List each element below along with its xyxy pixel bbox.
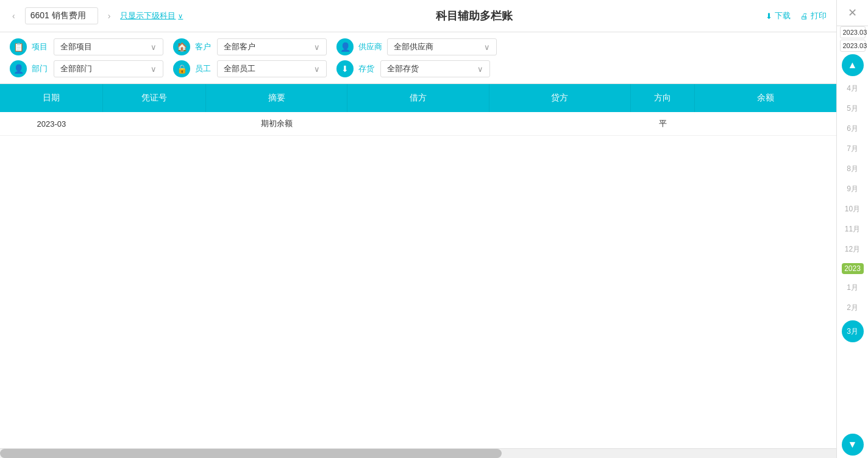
main-table: 日期 凭证号 摘要 借方 贷方 方向 余额 2023-03 xyxy=(0,84,836,136)
employee-select[interactable]: 全部员工 ∨ xyxy=(217,60,327,77)
cell-direction: 平 xyxy=(630,112,695,136)
inventory-select-arrow: ∨ xyxy=(477,65,483,74)
employee-label: 员工 xyxy=(195,63,212,74)
year-badge-2023[interactable]: 2023 xyxy=(842,263,864,274)
page-title: 科目辅助多栏账 xyxy=(190,9,758,23)
col-header-debit: 借方 xyxy=(347,84,489,112)
download-button[interactable]: ⬇ 下载 xyxy=(766,10,791,21)
month-item-5[interactable]: 5月 xyxy=(837,99,868,119)
customer-icon: 🏠 xyxy=(173,38,190,55)
inventory-select[interactable]: 全部存货 ∨ xyxy=(380,60,490,77)
inventory-label: 存货 xyxy=(358,63,375,74)
cell-credit xyxy=(489,112,630,136)
download-icon: ⬇ xyxy=(766,12,772,21)
supplier-select-arrow: ∨ xyxy=(484,43,490,52)
close-button[interactable]: ✕ xyxy=(837,0,868,26)
cell-voucher xyxy=(103,112,206,136)
col-header-credit: 贷方 xyxy=(489,84,630,112)
project-select-arrow: ∨ xyxy=(151,43,157,52)
month-sidebar: ✕ 2023.03 2023.03 ▲ 4月 5月 6月 7月 8月 9月 10… xyxy=(836,0,868,458)
customer-select[interactable]: 全部客户 ∨ xyxy=(217,38,327,55)
show-sub-toggle[interactable]: 只显示下级科目 ∨ xyxy=(120,10,183,21)
employee-select-arrow: ∨ xyxy=(314,65,320,74)
month-item-6[interactable]: 6月 xyxy=(837,119,868,139)
department-select-arrow: ∨ xyxy=(151,65,157,74)
customer-label: 客户 xyxy=(195,41,212,52)
cell-summary: 期初余额 xyxy=(206,112,347,136)
customer-select-arrow: ∨ xyxy=(314,43,320,52)
account-code-display: 6601 销售费用 xyxy=(25,7,98,24)
col-header-balance: 余额 xyxy=(695,84,836,112)
supplier-icon: 👤 xyxy=(336,38,354,55)
supplier-label: 供应商 xyxy=(358,41,382,52)
col-header-date: 日期 xyxy=(0,84,103,112)
department-label: 部门 xyxy=(32,63,49,74)
project-label: 项目 xyxy=(32,41,49,52)
project-select[interactable]: 全部项目 ∨ xyxy=(54,38,163,55)
month-item-10[interactable]: 10月 xyxy=(837,199,868,219)
month-item-9[interactable]: 9月 xyxy=(837,179,868,199)
cell-balance xyxy=(695,112,836,136)
month-item-11[interactable]: 11月 xyxy=(837,219,868,239)
month-item-7[interactable]: 7月 xyxy=(837,139,868,159)
selected-month-2[interactable]: 2023.03 xyxy=(840,40,866,52)
month-item-4[interactable]: 4月 xyxy=(837,79,868,99)
table-row: 2023-03 期初余额 平 xyxy=(0,112,836,136)
print-button[interactable]: 🖨 打印 xyxy=(800,10,827,21)
print-icon: 🖨 xyxy=(800,12,808,21)
department-icon: 👤 xyxy=(10,60,27,77)
month-item-12[interactable]: 12月 xyxy=(837,239,868,259)
month-item-1[interactable]: 1月 xyxy=(837,278,868,298)
cell-date: 2023-03 xyxy=(0,112,103,136)
col-header-direction: 方向 xyxy=(630,84,695,112)
col-header-summary: 摘要 xyxy=(206,84,347,112)
col-header-voucher: 凭证号 xyxy=(103,84,206,112)
inventory-icon: ⬇ xyxy=(336,60,354,77)
supplier-select[interactable]: 全部供应商 ∨ xyxy=(387,38,497,55)
month-item-8[interactable]: 8月 xyxy=(837,159,868,179)
month-item-2[interactable]: 2月 xyxy=(837,298,868,318)
nav-prev-button[interactable]: ‹ xyxy=(10,10,18,22)
month-list: 4月 5月 6月 7月 8月 9月 10月 11月 12月 2023 1月 2月… xyxy=(837,79,868,431)
horizontal-scrollbar[interactable] xyxy=(0,448,836,458)
month-item-3[interactable]: 3月 xyxy=(842,320,864,342)
cell-debit xyxy=(347,112,489,136)
nav-next-button[interactable]: › xyxy=(105,10,113,22)
selected-month-1[interactable]: 2023.03 xyxy=(840,26,866,38)
project-icon: 📋 xyxy=(10,38,27,55)
department-select[interactable]: 全部部门 ∨ xyxy=(54,60,163,77)
scroll-down-button[interactable]: ▼ xyxy=(842,434,864,456)
scroll-up-button[interactable]: ▲ xyxy=(842,54,864,76)
employee-icon: 🔒 xyxy=(173,60,190,77)
